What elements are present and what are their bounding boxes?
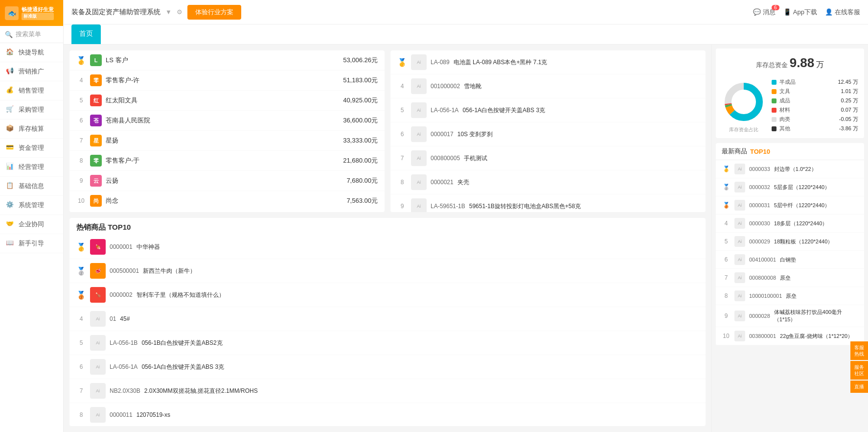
customer-amount-3: 40,925.00元 [343,96,378,105]
product-row-6: 8 Ai 0000021 夹壳 [390,170,706,194]
hot-name-4: 45# [120,315,699,322]
content-area: 🥇 L LS 客户 53,006.26元 4 零 零售客户-许 51,183.0… [64,45,868,432]
page-tabs: 首页 [64,24,868,45]
tab-home[interactable]: 首页 [71,24,101,44]
hot-img-6: Ai [90,359,106,375]
search-icon: 🔍 [5,31,13,38]
float-btn-live[interactable]: 直播 [850,381,868,393]
latest-rank-3: 🥉 [722,202,731,209]
latest-code-2: 0000032 [749,184,770,190]
chart-area: 库存资金占比 半成品 12.45 万 文具 1.01 万 [716,74,864,138]
product-name-5: 手机测试 [464,154,699,163]
dropdown-icon[interactable]: ▼ [165,8,172,16]
latest-img-10: Ai [734,331,745,341]
hot-name-1: 中华神器 [137,243,699,251]
search-label: 搜索菜单 [16,30,41,39]
hot-products-table: 🥇 🍖 0000001 中华神器 🥈 🥩 000500001 新西兰牛肉（新牛）… [69,235,706,426]
logo-icon: 🐟 [5,6,19,20]
hot-img-8: Ai [90,407,106,423]
hot-code-7: NB2.0X30B [110,387,140,394]
service-icon: 👤 [825,8,833,16]
hot-row-5: 5 Ai LA-056-1B 056-1B白色按键开关盖ABS2克 [69,331,706,355]
inventory-total: 库存总资金 9.88 万 [716,48,864,74]
hot-code-6: LA-056-1A [110,363,137,370]
latest-code-8: 10000100001 [749,293,782,299]
sidebar-item-cooperation[interactable]: 🤝 企业协同 [0,215,63,234]
float-btn-service[interactable]: 客服 热线 [850,341,868,360]
settings-icon[interactable]: ⚙ [177,8,183,16]
avatar-4: 苍 [90,115,102,126]
inventory-unit: 万 [816,60,824,69]
latest-rank-9: 9 [722,312,731,319]
hot-name-6: 056-1A白色按键开关盖ABS 3克 [141,363,699,371]
latest-img-1: Ai [734,164,745,174]
sidebar-item-marketing[interactable]: 📢 营销推广 [0,62,63,81]
latest-products-card: 最新商品 TOP10 🥇 Ai 0000033 封边带（1.0*22） 🥈 Ai… [716,143,864,345]
sidebar-item-inventory[interactable]: 📦 库存核算 [0,120,63,139]
hot-medal-2: 🥈 [76,266,86,276]
sidebar-item-home[interactable]: 🏠 快捷导航 [0,43,63,62]
sidebar-item-system[interactable]: ⚙️ 系统管理 [0,196,63,215]
app-download-button[interactable]: 📱 App下载 [783,8,817,17]
hot-name-2: 新西兰牛肉（新牛） [143,267,699,275]
avatar-7: 云 [90,175,102,187]
product-name-2: 雪地靴 [464,82,699,91]
hot-img-1: 🍖 [90,239,106,255]
hot-code-3: 0000002 [110,291,133,298]
product-code-7: LA-59651-1B [431,203,465,210]
sidebar-item-basic[interactable]: 📋 基础信息 [0,177,63,196]
inventory-card: 库存总资金 9.88 万 [716,48,864,138]
app-download-label: App下载 [793,8,817,17]
product-code-2: 001000002 [431,83,460,90]
float-btn-community[interactable]: 服务 社区 [850,361,868,380]
sidebar-search[interactable]: 🔍 搜索菜单 [0,26,63,43]
sidebar-item-sales[interactable]: 💰 销售管理 [0,81,63,100]
customer-amount-2: 51,183.00元 [343,76,378,85]
sidebar-item-finance[interactable]: 💳 资金管理 [0,139,63,158]
hot-name-3: 智利车子里（规格不知道填什么） [137,291,699,299]
legend-val-4: -0.05 万 [839,116,858,123]
product-code-6: 0000021 [431,179,454,186]
legend-name-4: 肉类 [779,116,836,123]
hot-img-5: Ai [90,335,106,351]
latest-rank-4: 4 [722,220,731,227]
latest-products-top-label: TOP10 [750,148,770,155]
sidebar-item-purchase[interactable]: 🛒 采购管理 [0,100,63,120]
latest-row-4: 4 Ai 0000030 18多层（1220*2440） [716,215,864,233]
latest-row-3: 🥉 Ai 0000031 5层中纤（1220*2440） [716,196,864,215]
right-panel: 库存总资金 9.88 万 [711,45,868,432]
sales-icon: 💰 [6,86,15,95]
product-rank-4: 6 [397,131,407,138]
product-img-4: Ai [411,126,427,142]
message-button[interactable]: 💬 消息 6 [753,8,776,17]
latest-name-1: 封边带（1.0*22） [774,166,858,173]
latest-rank-2: 🥈 [722,184,731,191]
sidebar-item-guide[interactable]: 📖 新手引导 [0,234,63,253]
rank-3: 5 [76,97,86,104]
hot-medal-3: 🥉 [76,290,86,300]
table-row: 4 零 零售客户-许 51,183.00元 [69,71,385,91]
table-row: 6 苍 苍南县人民医院 36,600.00元 [69,111,385,131]
latest-row-5: 5 Ai 0000029 18颗粒板（1220*2440） [716,233,864,251]
latest-img-6: Ai [734,254,745,265]
sidebar: 🐟 畅捷通好生意 标准版 🔍 搜索菜单 🏠 快捷导航 📢 营销推广 💰 销售管理… [0,0,64,432]
sidebar-label-purchase: 采购管理 [19,105,44,114]
trial-button[interactable]: 体验行业方案 [187,5,241,20]
product-code-3: LA-056-1A [431,107,458,114]
legend-name-0: 半成品 [779,78,835,86]
table-row: 8 零 零售客户-于 21,680.00元 [69,151,385,171]
online-service-button[interactable]: 👤 在线客服 [825,8,860,17]
latest-rank-1: 🥇 [722,166,731,172]
avatar-8: 尚 [90,195,102,207]
sidebar-item-management[interactable]: 📊 经营管理 [0,158,63,177]
latest-code-5: 0000029 [749,239,770,244]
hot-products-card: 热销商品 TOP10 🥇 🍖 0000001 中华神器 🥈 🥩 00050000… [69,218,706,426]
legend-item-0: 半成品 12.45 万 [772,78,858,86]
sidebar-logo: 🐟 畅捷通好生意 标准版 [0,0,63,26]
avatar-3: 红 [90,95,102,106]
top-products-sales-card: 🥇 Ai LA-089 电池盖 LA-089 ABS本色+黑种 7.1克 4 A… [390,50,706,212]
latest-img-3: Ai [734,200,745,211]
latest-row-10: 10 Ai 003800001 22g鱼豆腐-烧烤味（1*12*20） [716,327,864,345]
product-name-6: 夹壳 [457,178,699,187]
sidebar-label-system: 系统管理 [19,201,44,210]
